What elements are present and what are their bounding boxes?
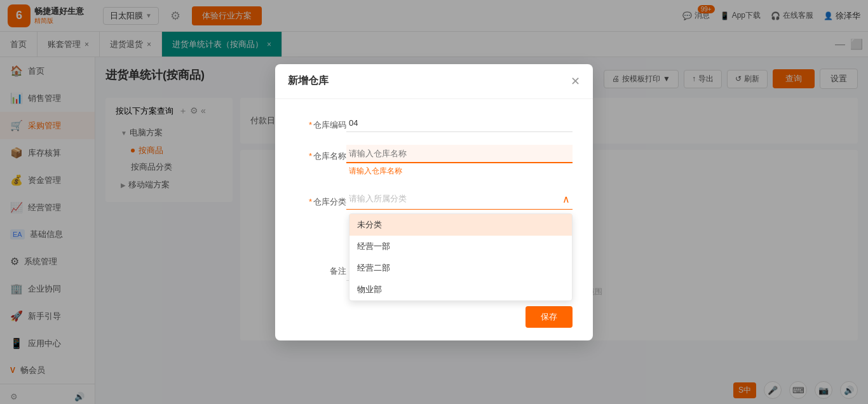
category-arrow-icon: ∧ — [562, 193, 570, 205]
modal-header: 新增仓库 ✕ — [275, 64, 593, 99]
category-placeholder: 请输入所属分类 — [349, 193, 407, 205]
form-row-name: *仓库名称 请输入仓库名称 — [295, 145, 573, 177]
add-warehouse-modal: 新增仓库 ✕ *仓库编码 *仓库名称 请输入仓库名称 — [275, 64, 593, 340]
name-label: *仓库名称 — [295, 145, 346, 162]
name-input[interactable] — [346, 145, 573, 163]
code-input[interactable] — [346, 114, 573, 132]
modal-close-icon[interactable]: ✕ — [571, 74, 580, 88]
code-label: *仓库编码 — [295, 114, 346, 131]
form-row-category: *仓库分类 请输入所属分类 ∧ 未分类 经营一部 经营二部 物业部 — [295, 189, 573, 210]
category-select[interactable]: 请输入所属分类 ∧ — [346, 189, 573, 210]
save-button[interactable]: 保存 — [526, 306, 573, 328]
modal-title: 新增仓库 — [288, 74, 329, 88]
note-label: 备注 — [295, 260, 346, 277]
dropdown-item-dept1[interactable]: 经营一部 — [349, 236, 572, 257]
name-error-msg: 请输入仓库名称 — [349, 166, 402, 177]
dropdown-item-dept2[interactable]: 经营二部 — [349, 257, 572, 279]
dropdown-item-dept3[interactable]: 物业部 — [349, 279, 572, 300]
category-label: *仓库分类 — [295, 191, 346, 208]
dropdown-item-none[interactable]: 未分类 — [349, 214, 572, 236]
category-dropdown: 未分类 经营一部 经营二部 物业部 — [349, 213, 573, 301]
modal-footer: 保存 — [275, 306, 593, 340]
modal-overlay: 新增仓库 ✕ *仓库编码 *仓库名称 请输入仓库名称 — [0, 0, 868, 404]
form-row-code: *仓库编码 — [295, 114, 573, 132]
modal-body: *仓库编码 *仓库名称 请输入仓库名称 — [275, 99, 593, 306]
